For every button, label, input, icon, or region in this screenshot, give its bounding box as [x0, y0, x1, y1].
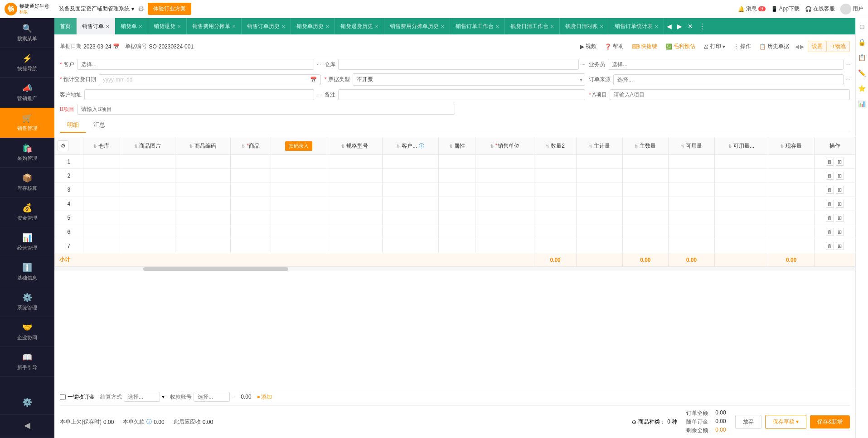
tab-close-icon[interactable]: ✕ — [325, 24, 329, 29]
tab-home[interactable]: 首页 — [54, 18, 77, 34]
copy-row-btn[interactable]: ⊞ — [836, 186, 844, 194]
tab-close-icon[interactable]: ✕ — [106, 24, 109, 29]
delete-row-btn[interactable]: 🗑 — [826, 214, 834, 222]
address-more[interactable]: ··· — [317, 92, 320, 97]
history-btn[interactable]: 📋 历史单据 — [757, 42, 791, 51]
scan-btn[interactable]: 扫码录入 — [285, 141, 312, 151]
industry-btn[interactable]: 体验行业方案 — [148, 3, 191, 15]
tab-sales-fee[interactable]: 销售费用分摊单 ✕ — [187, 18, 242, 34]
calendar-icon[interactable]: 📅 — [113, 43, 120, 50]
remarks-input[interactable] — [338, 89, 586, 100]
online-support-btn[interactable]: 🎧 在线客服 — [805, 5, 835, 13]
app-download-btn[interactable]: 📱 App下载 — [771, 5, 800, 13]
sidebar-item-system[interactable]: ⚙️ 系统管理 — [0, 287, 54, 317]
delete-row-btn[interactable]: 🗑 — [826, 242, 834, 250]
sidebar-item-guide[interactable]: 📖 新手引导 — [0, 347, 54, 377]
payment-method-input[interactable] — [124, 392, 160, 402]
copy-row-btn[interactable]: ⊞ — [836, 214, 844, 222]
copy-row-btn[interactable]: ⊞ — [836, 242, 844, 250]
operations-btn[interactable]: ⋮ 操作 — [731, 42, 753, 51]
tab-close-icon[interactable]: ✕ — [495, 24, 499, 29]
rs-icon-2[interactable]: 🔒 — [857, 37, 867, 47]
date-picker[interactable]: yyyy-mm-dd 📅 — [99, 74, 321, 85]
tab-menu-btn[interactable]: ⋮ — [696, 18, 708, 34]
settings-icon[interactable]: ⚙ — [138, 5, 144, 13]
sidebar-item-operations[interactable]: 📊 经营管理 — [0, 227, 54, 257]
add-logistics-btn[interactable]: +物流 — [828, 41, 850, 52]
tab-detail[interactable]: 明细 — [60, 118, 86, 133]
sidebar-item-basic[interactable]: ℹ️ 基础信息 — [0, 257, 54, 287]
b-project-input[interactable] — [77, 104, 455, 115]
copy-row-btn[interactable]: ⊞ — [836, 172, 844, 180]
tab-daily-workbench[interactable]: 钱货日清工作台 ✕ — [505, 18, 560, 34]
tab-return-history[interactable]: 销货退货历史 ✕ — [335, 18, 384, 34]
sidebar-collapse-btn[interactable]: ◀ — [0, 415, 54, 438]
scrollbar-thumb[interactable] — [143, 267, 288, 271]
tab-daily-reconcile[interactable]: 钱货日清对账 ✕ — [560, 18, 609, 34]
sidebar-item-nav[interactable]: ⚡ 快捷导航 — [0, 48, 54, 78]
tab-close-icon[interactable]: ✕ — [232, 24, 236, 29]
delete-row-btn[interactable]: 🗑 — [826, 158, 834, 166]
tab-order-workbench[interactable]: 销售订单工作台 ✕ — [450, 18, 505, 34]
help-btn[interactable]: ❓ 帮助 — [602, 42, 626, 51]
customer-more-icon[interactable]: ··· — [317, 62, 320, 67]
tab-close-all-btn[interactable]: ✕ — [685, 18, 696, 34]
rs-icon-5[interactable]: ⭐ — [857, 83, 867, 93]
copy-row-btn[interactable]: ⊞ — [836, 158, 844, 166]
sidebar-item-purchase[interactable]: 🛍️ 采购管理 — [0, 138, 54, 168]
account-more-icon[interactable]: ··· — [232, 395, 235, 399]
customer-input[interactable] — [77, 59, 314, 70]
sidebar-item-collab[interactable]: 🤝 企业协同 — [0, 317, 54, 347]
warehouse-input[interactable]: 成品库 — [338, 59, 579, 70]
discard-btn[interactable]: 放弃 — [735, 415, 761, 429]
rs-icon-6[interactable]: 📊 — [857, 99, 867, 109]
add-link[interactable]: ● 添加 — [257, 393, 272, 401]
delete-row-btn[interactable]: 🗑 — [826, 172, 834, 180]
nav-next-icon[interactable]: ▶ — [800, 43, 804, 50]
horizontal-scrollbar[interactable] — [54, 267, 855, 270]
tab-next-btn[interactable]: ▶ — [674, 18, 685, 34]
notifications-btn[interactable]: 🔔 消息 9 — [738, 5, 766, 13]
save-new-btn[interactable]: 保存&新增 — [810, 415, 850, 428]
tab-close-icon[interactable]: ✕ — [139, 24, 142, 29]
settings-btn[interactable]: 设置 — [808, 41, 827, 52]
user-avatar[interactable]: 用户 — [840, 4, 863, 14]
tab-close-icon[interactable]: ✕ — [375, 24, 378, 29]
copy-row-btn[interactable]: ⊞ — [836, 200, 844, 208]
tab-sales-order-history[interactable]: 销售订单历史 ✕ — [242, 18, 291, 34]
tab-prev-btn[interactable]: ◀ — [664, 18, 674, 34]
tab-bill-history[interactable]: 销货单历史 ✕ — [291, 18, 335, 34]
doc-date-value[interactable]: 2023-03-24 — [83, 43, 111, 50]
view-btn[interactable]: ▶ 视频 — [578, 42, 599, 51]
address-input[interactable] — [84, 89, 314, 100]
sidebar-item-finance[interactable]: 💰 资金管理 — [0, 197, 54, 227]
tab-close-icon[interactable]: ✕ — [600, 24, 603, 29]
salesperson-input[interactable] — [608, 59, 843, 70]
shortcuts-btn[interactable]: ⌨ 快捷键 — [630, 42, 659, 51]
rs-icon-4[interactable]: ✏️ — [857, 68, 867, 78]
tab-sales-bill[interactable]: 销货单 ✕ — [115, 18, 148, 34]
tab-close-icon[interactable]: ✕ — [281, 24, 285, 29]
sidebar-item-marketing[interactable]: 📣 营销推广 — [0, 78, 54, 108]
delete-row-btn[interactable]: 🗑 — [826, 200, 834, 208]
warehouse-more-icon[interactable]: ··· — [582, 62, 585, 67]
quick-confirm-checkbox[interactable]: 一键收订金 — [60, 393, 95, 401]
tab-close-icon[interactable]: ✕ — [655, 24, 658, 29]
profit-btn[interactable]: 💹 毛利预估 — [663, 42, 698, 51]
tab-summary[interactable]: 汇总 — [86, 118, 112, 133]
tab-close-icon[interactable]: ✕ — [550, 24, 554, 29]
system-name[interactable]: 装备及固定资产辅助管理系统 ▾ — [59, 5, 134, 13]
sidebar-item-inventory[interactable]: 📦 库存核算 — [0, 168, 54, 197]
account-input[interactable] — [194, 392, 230, 402]
quick-confirm-check[interactable] — [60, 394, 66, 400]
tab-sales-order[interactable]: 销售订单 ✕ — [77, 18, 115, 34]
sidebar-item-sales[interactable]: 🛒 销售管理 — [0, 108, 54, 138]
invoice-value[interactable]: 不开票 — [353, 73, 586, 86]
sidebar-settings-btn[interactable]: ⚙️ — [0, 392, 54, 415]
tab-sales-return[interactable]: 销货退货 ✕ — [148, 18, 187, 34]
save-draft-btn[interactable]: 保存草稿 ▾ — [765, 415, 806, 429]
order-source-input[interactable] — [613, 74, 843, 85]
sidebar-item-search[interactable]: 🔍 搜索菜单 — [0, 18, 54, 48]
nav-prev-icon[interactable]: ◀ — [795, 43, 799, 50]
delete-row-btn[interactable]: 🗑 — [826, 228, 834, 236]
